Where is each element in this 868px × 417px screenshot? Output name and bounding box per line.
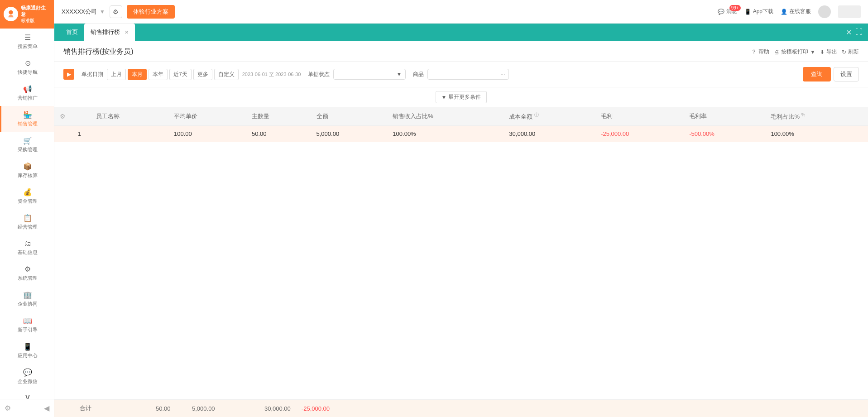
sidebar-item-beginner-label: 新手引导 bbox=[18, 326, 38, 333]
row-settings-cell bbox=[54, 126, 72, 142]
collapse-icon[interactable]: ◀ bbox=[44, 404, 49, 412]
finance-icon: 💰 bbox=[23, 188, 32, 197]
filter-toggle-btn[interactable]: ▶ bbox=[63, 69, 74, 80]
date-btn-last-month[interactable]: 上月 bbox=[107, 69, 126, 80]
tab-sales-rank[interactable]: 销售排行榜 ✕ bbox=[84, 24, 135, 41]
avatar-placeholder bbox=[838, 5, 861, 18]
quick-nav-icon: ⊙ bbox=[25, 59, 31, 67]
help-btn[interactable]: ？ 帮助 bbox=[751, 48, 769, 56]
sidebar-item-enterprise[interactable]: 🏢 企业协同 bbox=[0, 286, 54, 312]
sidebar-item-sys-mgmt[interactable]: ⚙ 系统管理 bbox=[0, 260, 54, 286]
tab-bar-right: ✕ ⛶ bbox=[846, 28, 863, 37]
export-btn[interactable]: ⬇ 导出 bbox=[820, 48, 837, 56]
sidebar: 畅康通好生意 标准版 ☰ 搜索菜单 ⊙ 快捷导航 📢 营销推广 🏪 销售管理 🛒… bbox=[0, 0, 54, 417]
enterprise-icon: 🏢 bbox=[23, 291, 32, 299]
logo-icon bbox=[4, 7, 18, 21]
search-orders-icon: ☰ bbox=[24, 33, 31, 42]
tab-close-window-icon[interactable]: ✕ bbox=[846, 28, 852, 37]
column-settings-icon[interactable]: ⚙ bbox=[60, 113, 66, 120]
sys-mgmt-icon: ⚙ bbox=[24, 265, 31, 273]
col-avg-price: 平均单价 bbox=[168, 107, 246, 126]
status-select[interactable]: ▼ bbox=[333, 69, 406, 80]
date-btn-this-month[interactable]: 本月 bbox=[128, 69, 147, 80]
vip-icon: V bbox=[25, 394, 29, 399]
trial-button[interactable]: 体验行业方案 bbox=[127, 5, 175, 19]
sidebar-item-enterprise-label: 企业协同 bbox=[18, 301, 38, 307]
query-button[interactable]: 查询 bbox=[803, 67, 831, 81]
inventory-icon: 📦 bbox=[23, 162, 32, 171]
sidebar-item-operations[interactable]: 📋 经营管理 bbox=[0, 209, 54, 235]
page-header: 销售排行榜(按业务员) ？ 帮助 🖨 按模板打印 ▼ ⬇ 导出 bbox=[54, 41, 868, 62]
online-service-label: 在线客服 bbox=[789, 8, 811, 15]
refresh-label: 刷新 bbox=[848, 48, 859, 56]
date-btn-this-year[interactable]: 本年 bbox=[149, 69, 168, 80]
app-download-label: App下载 bbox=[753, 8, 773, 15]
export-icon: ⬇ bbox=[820, 49, 825, 55]
online-service-icon: 👤 bbox=[781, 9, 787, 15]
app-download-btn[interactable]: 📱 App下载 bbox=[744, 8, 773, 15]
tab-close-icon[interactable]: ✕ bbox=[125, 29, 129, 35]
basic-info-icon: 🗂 bbox=[24, 240, 31, 248]
settings-button[interactable]: 设置 bbox=[834, 67, 859, 81]
row-qty-cell: 50.00 bbox=[246, 126, 311, 142]
top-header: XXXXXX公司 ▼ ⚙ 体验行业方案 💬 消息 99+ 📱 App下载 👤 在… bbox=[54, 0, 868, 24]
sidebar-item-sys-mgmt-label: 系统管理 bbox=[18, 275, 38, 282]
sidebar-item-basic-info[interactable]: 🗂 基础信息 bbox=[0, 235, 54, 260]
footer-amount: 5,000.00 bbox=[187, 405, 223, 412]
date-btn-custom[interactable]: 自定义 bbox=[214, 69, 239, 80]
col-amount: 全额 bbox=[311, 107, 388, 126]
sidebar-item-quick-nav[interactable]: ⊙ 快捷导航 bbox=[0, 54, 54, 80]
message-btn[interactable]: 💬 消息 99+ bbox=[718, 8, 737, 15]
avatar[interactable] bbox=[818, 5, 831, 18]
footer-gross-profit: -25,000.00 bbox=[296, 405, 335, 412]
print-icon: 🖨 bbox=[774, 49, 779, 55]
table-row: 1 100.00 50.00 5,000.00 100.00% 30,000.0… bbox=[54, 126, 868, 142]
tab-home[interactable]: 首页 bbox=[60, 24, 84, 41]
sidebar-item-basic-info-label: 基础信息 bbox=[18, 249, 38, 256]
online-service-btn[interactable]: 👤 在线客服 bbox=[781, 8, 811, 15]
sidebar-item-vip[interactable]: V 畅会员 bbox=[0, 389, 54, 399]
tab-expand-icon[interactable]: ⛶ bbox=[855, 28, 863, 36]
settings-footer-icon[interactable]: ⚙ bbox=[5, 404, 11, 412]
expand-label: 展开更多条件 bbox=[448, 93, 481, 101]
settings-btn[interactable]: ⚙ bbox=[110, 5, 122, 18]
sidebar-item-search-orders-label: 搜索菜单 bbox=[18, 43, 38, 50]
col-gross-pct: 毛利占比% % bbox=[765, 107, 868, 126]
row-rank-cell: 1 bbox=[72, 126, 91, 142]
sidebar-item-marketing[interactable]: 📢 营销推广 bbox=[0, 80, 54, 106]
refresh-btn[interactable]: ↻ 刷新 bbox=[842, 48, 859, 56]
row-gross-profit-cell: -25,000.00 bbox=[595, 126, 684, 142]
company-chevron-icon: ▼ bbox=[100, 9, 105, 15]
col-sales-pct: 销售收入占比% bbox=[387, 107, 504, 126]
company-select[interactable]: XXXXXX公司 ▼ bbox=[62, 8, 105, 16]
company-name: XXXXXX公司 bbox=[62, 8, 97, 16]
template-print-btn[interactable]: 🖨 按模板打印 ▼ bbox=[774, 48, 815, 56]
app-download-icon: 📱 bbox=[744, 9, 751, 15]
goods-filter-group: 商品 ··· bbox=[413, 69, 509, 80]
goods-filter-label: 商品 bbox=[413, 71, 424, 78]
sidebar-item-sales-mgmt-label: 销售管理 bbox=[18, 120, 38, 127]
help-icon: ？ bbox=[751, 48, 757, 56]
sidebar-item-search-orders[interactable]: ☰ 搜索菜单 bbox=[0, 29, 54, 54]
sidebar-item-app-center[interactable]: 📱 应用中心 bbox=[0, 338, 54, 364]
row-gross-margin-cell: -500.00% bbox=[684, 126, 765, 142]
sidebar-item-enterprise-wx[interactable]: 💬 企业微信 bbox=[0, 364, 54, 389]
date-btn-last-7days[interactable]: 近7天 bbox=[169, 69, 192, 80]
sidebar-item-purchase-mgmt[interactable]: 🛒 采购管理 bbox=[0, 132, 54, 158]
marketing-icon: 📢 bbox=[23, 85, 32, 93]
goods-input-wrap[interactable]: ··· bbox=[427, 69, 509, 80]
sidebar-item-beginner[interactable]: 📖 新手引导 bbox=[0, 312, 54, 338]
sidebar-item-finance[interactable]: 💰 资金管理 bbox=[0, 183, 54, 209]
sidebar-item-sales-mgmt[interactable]: 🏪 销售管理 bbox=[0, 106, 54, 132]
table-header-row: ⚙ 员工名称 平均单价 主数量 bbox=[54, 107, 868, 126]
header-right: 💬 消息 99+ 📱 App下载 👤 在线客服 bbox=[718, 5, 861, 18]
row-gross-pct-cell: 100.00% bbox=[765, 126, 868, 142]
page-title: 销售排行榜(按业务员) bbox=[63, 47, 134, 57]
col-gross-margin: 毛利率 bbox=[684, 107, 765, 126]
expand-conditions-btn[interactable]: ▼ 展开更多条件 bbox=[436, 91, 487, 103]
sidebar-item-inventory-label: 库存核算 bbox=[18, 172, 38, 179]
sidebar-item-inventory[interactable]: 📦 库存核算 bbox=[0, 158, 54, 183]
col-cost-amount: 成本全额 ⓘ bbox=[504, 107, 595, 126]
sidebar-item-purchase-mgmt-label: 采购管理 bbox=[18, 146, 38, 153]
date-btn-more[interactable]: 更多 bbox=[193, 69, 212, 80]
